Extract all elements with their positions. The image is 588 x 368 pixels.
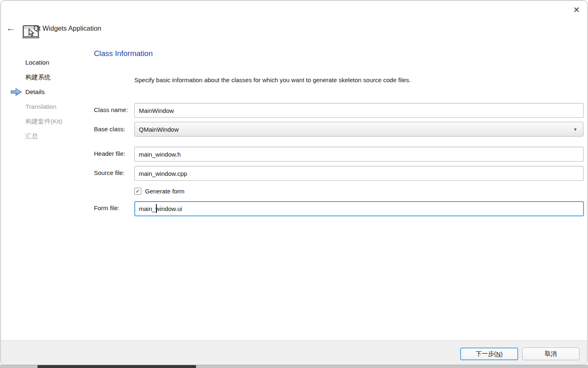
next-button[interactable]: 下一步(N) — [460, 348, 518, 360]
cancel-button-label: 取消 — [545, 350, 557, 358]
step-label: 汇总 — [25, 132, 38, 141]
sidebar-item-build-system: 构建系统 — [25, 70, 99, 85]
wizard-steps-sidebar: Location 构建系统 Details Translation 构建套件(K… — [25, 55, 99, 144]
generate-form-label: Generate form — [145, 188, 185, 195]
form-file-field-wrap — [134, 201, 584, 216]
header-file-label: Header file: — [94, 150, 125, 157]
base-class-select[interactable]: QMainWindow ▼ — [134, 122, 584, 137]
cancel-button[interactable]: 取消 — [522, 348, 579, 360]
back-button[interactable]: ← — [5, 22, 16, 34]
step-label: Location — [25, 59, 49, 66]
next-button-label: 下一步( — [476, 350, 496, 358]
header-file-input[interactable] — [134, 147, 584, 162]
generate-form-checkbox[interactable]: ✓ — [134, 188, 141, 195]
sidebar-item-location: Location — [25, 55, 99, 70]
page-description: Specify basic information about the clas… — [134, 76, 411, 83]
taskbar-fragment — [38, 365, 196, 368]
source-file-label: Source file: — [94, 169, 125, 176]
wizard-dialog: ✕ ← Qt Widgets Application Location 构建系统 — [0, 0, 588, 365]
close-icon: ✕ — [573, 5, 580, 15]
close-button[interactable]: ✕ — [571, 4, 582, 16]
back-arrow-icon: ← — [6, 22, 16, 34]
class-name-label: Class name: — [94, 106, 128, 113]
text-caret — [156, 204, 157, 213]
source-file-input[interactable] — [134, 166, 584, 181]
step-label: Details — [25, 88, 45, 96]
generate-form-row: ✓ Generate form — [134, 187, 185, 195]
step-label: Translation — [25, 103, 56, 110]
page-title: Class Information — [94, 49, 153, 58]
step-label: 构建套件(Kit) — [25, 117, 62, 126]
chevron-down-icon: ▼ — [573, 127, 577, 132]
next-button-label-suffix: ) — [501, 350, 503, 357]
sidebar-item-summary: 汇总 — [25, 129, 99, 144]
wizard-title: Qt Widgets Application — [33, 25, 101, 32]
checkmark-icon: ✓ — [136, 188, 140, 194]
class-name-input[interactable] — [134, 103, 584, 118]
sidebar-item-kit: 构建套件(Kit) — [25, 114, 99, 129]
current-step-arrow-icon — [11, 88, 22, 96]
dialog-footer: 下一步(N) 取消 — [1, 340, 587, 365]
sidebar-item-translation: Translation — [25, 99, 99, 114]
sidebar-item-details: Details — [25, 85, 99, 99]
next-button-mnemonic: N — [496, 350, 501, 357]
form-file-label: Form file: — [94, 204, 120, 211]
base-class-label: Base class: — [94, 126, 125, 132]
form-file-input[interactable] — [134, 201, 584, 216]
base-class-value: QMainWindow — [139, 126, 179, 133]
step-label: 构建系统 — [25, 73, 51, 82]
